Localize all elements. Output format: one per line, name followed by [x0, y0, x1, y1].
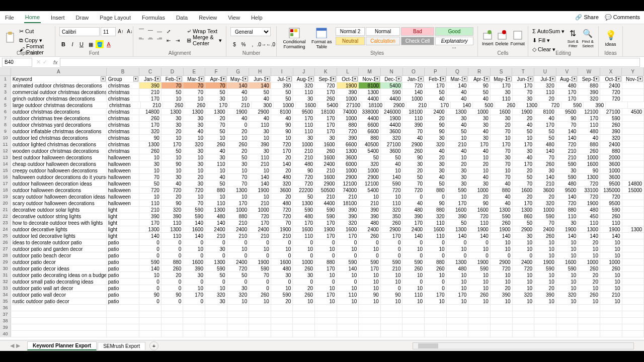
- data-cell[interactable]: [622, 135, 644, 141]
- data-cell[interactable]: 880: [425, 207, 447, 213]
- data-cell[interactable]: 30: [447, 167, 469, 173]
- data-cell[interactable]: 210: [534, 180, 556, 187]
- sheet-nav-prev[interactable]: ◀: [10, 342, 14, 349]
- group-cell[interactable]: christmas: [107, 82, 139, 88]
- data-cell[interactable]: 10: [271, 246, 293, 252]
- data-cell[interactable]: 10: [447, 135, 469, 141]
- data-cell[interactable]: 20: [271, 167, 293, 173]
- data-cell[interactable]: 0: [162, 298, 184, 304]
- data-cell[interactable]: 1000: [600, 167, 622, 173]
- keyword-cell[interactable]: how to decorate outdoor trees with light…: [11, 220, 107, 226]
- data-cell[interactable]: 20: [183, 174, 205, 180]
- conditional-formatting-button[interactable]: Conditional Formatting: [281, 27, 308, 49]
- data-cell[interactable]: 170: [271, 148, 293, 154]
- filter-arrow-icon[interactable]: ▾: [528, 76, 533, 81]
- data-cell[interactable]: 1300: [517, 102, 539, 108]
- share-button[interactable]: 🔗 Share: [575, 14, 598, 21]
- data-cell[interactable]: 50: [227, 272, 250, 278]
- data-cell[interactable]: 390: [403, 122, 425, 128]
- data-cell[interactable]: 1900: [315, 226, 337, 232]
- data-cell[interactable]: 110: [556, 213, 579, 219]
- data-cell[interactable]: 20: [227, 128, 250, 134]
- data-cell[interactable]: 0: [425, 252, 447, 258]
- data-cell[interactable]: 260: [425, 265, 447, 272]
- col-header-O[interactable]: O: [403, 68, 425, 75]
- data-cell[interactable]: 2400: [249, 226, 271, 232]
- data-cell[interactable]: 720: [337, 128, 359, 134]
- data-cell[interactable]: [622, 194, 644, 200]
- data-cell[interactable]: 90: [162, 200, 184, 206]
- data-cell[interactable]: 10: [183, 96, 205, 102]
- data-cell[interactable]: 10: [534, 298, 556, 304]
- filter-arrow-icon[interactable]: ▾: [221, 76, 226, 81]
- group-cell[interactable]: patio: [107, 246, 139, 252]
- data-cell[interactable]: 10: [447, 279, 469, 285]
- data-cell[interactable]: 210: [556, 154, 579, 160]
- data-cell[interactable]: 40: [162, 180, 184, 187]
- data-tab[interactable]: Data: [175, 13, 189, 23]
- data-cell[interactable]: 140: [556, 233, 579, 239]
- data-cell[interactable]: 20: [293, 285, 315, 291]
- group-cell[interactable]: christmas: [107, 96, 139, 102]
- data-cell[interactable]: 1600: [337, 226, 359, 232]
- data-cell[interactable]: 110: [162, 220, 184, 226]
- data-cell[interactable]: 0: [337, 279, 359, 285]
- data-cell[interactable]: 90: [359, 292, 381, 298]
- data-cell[interactable]: 90: [468, 200, 491, 206]
- data-cell[interactable]: [622, 200, 644, 206]
- data-cell[interactable]: 30: [513, 96, 535, 102]
- style-bad[interactable]: Bad: [401, 27, 434, 36]
- col-header-H[interactable]: H: [249, 68, 271, 75]
- data-cell[interactable]: [622, 96, 644, 102]
- data-cell[interactable]: 210: [229, 102, 252, 108]
- align-bottom[interactable]: [155, 27, 164, 34]
- inc-decimal-button[interactable]: .0→: [258, 40, 266, 48]
- data-cell[interactable]: 0: [513, 252, 535, 258]
- data-cell[interactable]: 10: [183, 135, 205, 141]
- col-header-D[interactable]: D: [162, 68, 184, 75]
- data-cell[interactable]: 170: [556, 96, 579, 102]
- data-cell[interactable]: 170: [513, 141, 535, 147]
- data-cell[interactable]: 140: [556, 194, 579, 200]
- data-cell[interactable]: 10: [359, 298, 381, 304]
- data-cell[interactable]: 90: [468, 82, 491, 88]
- keyword-cell[interactable]: outdoor christmas tree decorations: [11, 115, 107, 121]
- data-cell[interactable]: 1900: [271, 226, 293, 232]
- data-cell[interactable]: 50: [425, 180, 447, 187]
- header-cell[interactable]: May-18▾: [491, 76, 513, 82]
- data-cell[interactable]: 40: [271, 115, 293, 121]
- data-cell[interactable]: 20: [162, 128, 184, 134]
- data-cell[interactable]: 50: [162, 148, 184, 154]
- data-cell[interactable]: 480: [447, 265, 469, 272]
- row-header[interactable]: 4: [0, 96, 11, 102]
- data-cell[interactable]: 720: [600, 96, 622, 102]
- data-cell[interactable]: 40: [205, 174, 227, 180]
- data-cell[interactable]: 10: [556, 246, 579, 252]
- row-header[interactable]: 27: [0, 246, 11, 252]
- data-cell[interactable]: 320: [425, 213, 447, 219]
- data-cell[interactable]: 590: [468, 265, 491, 272]
- data-cell[interactable]: 590: [534, 265, 556, 272]
- data-cell[interactable]: 210: [315, 167, 337, 173]
- data-cell[interactable]: 140: [451, 102, 473, 108]
- data-cell[interactable]: 1600: [491, 109, 513, 115]
- data-cell[interactable]: 1300: [491, 207, 513, 213]
- insert-tab[interactable]: Insert: [50, 13, 66, 23]
- data-cell[interactable]: 140: [556, 135, 579, 141]
- data-cell[interactable]: 10: [162, 135, 184, 141]
- data-cell[interactable]: 2900: [315, 180, 337, 187]
- data-cell[interactable]: 0: [293, 279, 315, 285]
- data-cell[interactable]: 3600: [381, 128, 403, 134]
- data-cell[interactable]: 140: [205, 220, 227, 226]
- data-cell[interactable]: 50: [205, 89, 227, 95]
- data-cell[interactable]: 590: [556, 174, 579, 180]
- data-cell[interactable]: 590: [293, 207, 315, 213]
- data-cell[interactable]: 390: [403, 213, 425, 219]
- header-cell[interactable]: Keyword▾: [11, 76, 107, 82]
- data-cell[interactable]: 390: [139, 82, 162, 88]
- pagelayout-tab[interactable]: Page Layout: [99, 13, 132, 23]
- data-cell[interactable]: 0: [183, 239, 205, 245]
- data-cell[interactable]: 70: [227, 174, 250, 180]
- row-header[interactable]: 26: [0, 239, 11, 245]
- data-cell[interactable]: 1600: [293, 226, 315, 232]
